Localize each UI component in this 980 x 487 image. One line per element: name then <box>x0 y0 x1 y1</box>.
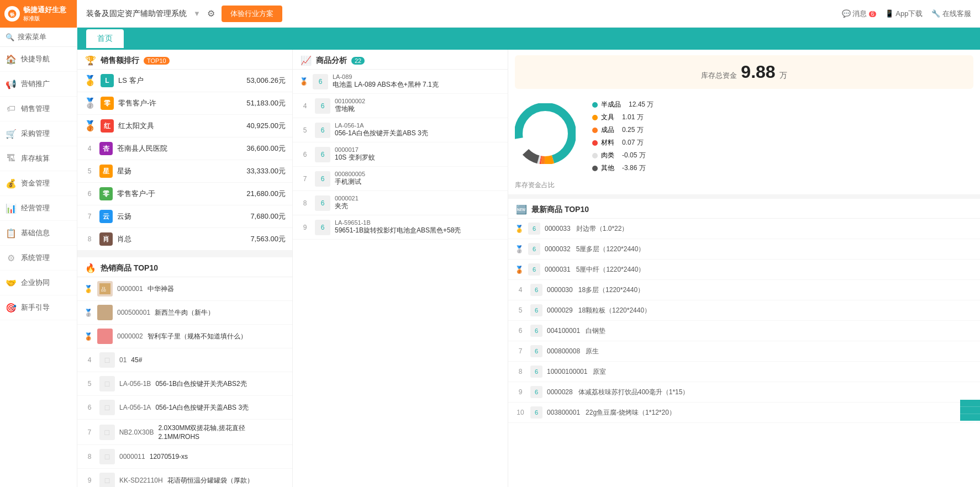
sidebar-item-system[interactable]: ⚙ 系统管理 <box>0 246 77 271</box>
hp-code-1: 0000001 <box>117 285 143 293</box>
message-badge: 6 <box>869 11 877 17</box>
float-customer-service[interactable]: 客服热线 <box>960 400 980 407</box>
hot-product-thumb-4: □ <box>99 352 115 368</box>
avatar-1: L <box>101 74 114 87</box>
new-info-8: 10000100001 原室 <box>547 367 973 377</box>
hp-code-8: 0000011 <box>119 453 145 460</box>
mid-thumb-5: 6 <box>315 123 330 138</box>
settings-button[interactable]: ⚙ <box>207 8 215 19</box>
mid-thumb-4: 6 <box>315 98 330 114</box>
search-menu[interactable]: 🔍 搜索菜单 <box>0 28 77 47</box>
new-info-7: 000800008 原生 <box>547 347 973 356</box>
inventory-unit: 万 <box>779 71 787 80</box>
online-service-btn[interactable]: 🔧 在线客服 <box>931 9 971 19</box>
new-icon: 🆕 <box>516 204 527 215</box>
new-product-7: 7 6 000800008 原生 <box>508 341 980 362</box>
rank-amount-6: 21,680.00元 <box>246 189 286 199</box>
mid-product-3: 🥉 6 LA-089 电池盖 LA-089 ABS本色+黑种 7.1克 <box>293 70 508 94</box>
hot-product-5: 5 □ LA-056-1B 056-1B白色按键开关壳ABS2壳 <box>77 372 292 396</box>
sidebar-item-home[interactable]: 🏠 快捷导航 <box>0 47 77 72</box>
tab-home[interactable]: 首页 <box>86 29 124 48</box>
nav-label-system: 系统管理 <box>21 253 50 263</box>
hot-product-4: 4 □ 01 45# <box>77 348 292 372</box>
nav-label-basics: 基础信息 <box>21 228 50 238</box>
legend-label-1: 半成品 <box>601 100 621 109</box>
new-thumb-10: 6 <box>530 406 542 419</box>
mid-code-4: 001000002 <box>335 98 501 104</box>
avatar-6: 零 <box>99 187 113 200</box>
basics-icon: 📋 <box>6 227 17 239</box>
mid-thumb-9: 6 <box>315 220 330 235</box>
hot-product-8: 8 □ 0000011 12070519-xs <box>77 445 292 469</box>
trial-button[interactable]: 体验行业方案 <box>222 6 282 22</box>
sidebar-item-inventory[interactable]: 🏗 库存核算 <box>0 146 77 171</box>
legend-dot-5 <box>592 153 598 158</box>
hot-product-thumb-8: □ <box>99 449 115 464</box>
rank-name-5: 星扬 <box>117 166 242 176</box>
sales-rank-header: 🏆 销售额排行 TOP10 <box>77 50 292 70</box>
legend-label-6: 其他 <box>601 163 614 173</box>
rank-name-8: 肖总 <box>117 234 246 244</box>
trophy-icon: 🏆 <box>85 55 96 66</box>
content-area: 🏆 销售额排行 TOP10 🥇 L LS 客户 53,006.26元 🥈 零 零… <box>77 50 980 487</box>
svg-rect-5 <box>99 331 110 342</box>
hp-name-3: 智利车子里（规格不知道填什么） <box>147 332 247 341</box>
top-header: 装备及固定资产辅助管理系统 ▼ ⚙ 体验行业方案 💬 消息 6 📱 App下载 … <box>77 0 980 28</box>
avatar-3: 红 <box>101 119 114 133</box>
float-community[interactable]: 服务社区 <box>960 407 980 414</box>
app-logo: 畅 畅捷通好生意 标准版 <box>0 0 77 28</box>
header-actions: 💬 消息 6 📱 App下载 🔧 在线客服 <box>842 9 971 19</box>
mid-product-8: 8 6 0000021 夹壳 <box>293 191 508 215</box>
legend-label-3: 成品 <box>601 125 614 135</box>
avatar-7: 云 <box>99 210 113 223</box>
float-live[interactable]: 直播 <box>960 414 980 421</box>
medal-3: 🥉 <box>84 120 96 132</box>
legend-val-4: 0.07 万 <box>622 138 644 147</box>
new-thumb-8: 6 <box>530 366 542 378</box>
nav-label-operations: 经营管理 <box>21 203 50 213</box>
sales-icon: 🏷 <box>6 103 17 114</box>
sidebar-item-sales[interactable]: 🏷 销售管理 <box>0 97 77 121</box>
mid-name-8: 夹壳 <box>335 202 501 211</box>
sidebar-item-finance[interactable]: 💰 资金管理 <box>0 171 77 196</box>
svg-point-12 <box>526 115 563 152</box>
rank-item-5: 5 星 星扬 33,333.00元 <box>77 160 292 183</box>
rank-amount-3: 40,925.00元 <box>246 121 286 131</box>
legend-label-5: 肉类 <box>601 151 614 160</box>
hp-name-4: 45# <box>131 356 142 364</box>
hot-product-thumb-5: □ <box>99 376 115 391</box>
hp-name-6: 056-1A白色按键开关盖ABS 3壳 <box>155 403 249 412</box>
new-product-9: 9 6 0000028 体减荔枝味苏打饮品400毫升（1*15） <box>508 382 980 403</box>
logo-icon: 畅 <box>4 6 20 22</box>
rank-amount-2: 51,183.00元 <box>246 98 286 108</box>
mid-name-7: 手机测试 <box>335 177 501 187</box>
rank-item-6: 6 零 零售客户-于 21,680.00元 <box>77 183 292 205</box>
new-product-1: 🥇 6 0000033 封边带（1.0*22） <box>508 219 980 239</box>
sidebar-item-basics[interactable]: 📋 基础信息 <box>0 221 77 246</box>
avatar-2: 零 <box>101 97 114 110</box>
purchase-icon: 🛒 <box>6 128 17 139</box>
rank-name-7: 云扬 <box>117 211 246 221</box>
message-btn[interactable]: 💬 消息 6 <box>842 9 877 19</box>
inventory-total-label: 库存总资金 <box>701 71 737 80</box>
marketing-icon: 📢 <box>6 78 17 89</box>
new-info-4: 0000030 18多层（1220*2440） <box>547 285 973 295</box>
sidebar-item-purchase[interactable]: 🛒 采购管理 <box>0 121 77 146</box>
legend-val-6: -3.86 万 <box>622 163 646 173</box>
collab-icon: 🤝 <box>6 277 17 288</box>
rank-amount-7: 7,680.00元 <box>250 211 286 221</box>
app-download-btn[interactable]: 📱 App下载 <box>885 9 923 19</box>
rank-name-3: 红太阳文具 <box>118 121 242 131</box>
sidebar-item-operations[interactable]: 📊 经营管理 <box>0 196 77 221</box>
legend-val-5: -0.05 万 <box>622 151 646 160</box>
sidebar-item-collab[interactable]: 🤝 企业协同 <box>0 271 77 295</box>
rank-name-2: 零售客户-许 <box>118 98 242 108</box>
hp-code-9: KK-SD22110H <box>119 477 163 484</box>
app-name: 畅捷通好生意 <box>23 5 66 15</box>
mid-product-7: 7 6 000800005 手机测试 <box>293 167 508 191</box>
hp-name-8: 12070519-xs <box>150 453 188 460</box>
sidebar-item-guide[interactable]: 🎯 新手引导 <box>0 295 77 320</box>
sidebar-item-marketing[interactable]: 📢 营销推广 <box>0 72 77 97</box>
legend-dot-2 <box>592 115 598 120</box>
legend-label-2: 文具 <box>601 113 614 122</box>
